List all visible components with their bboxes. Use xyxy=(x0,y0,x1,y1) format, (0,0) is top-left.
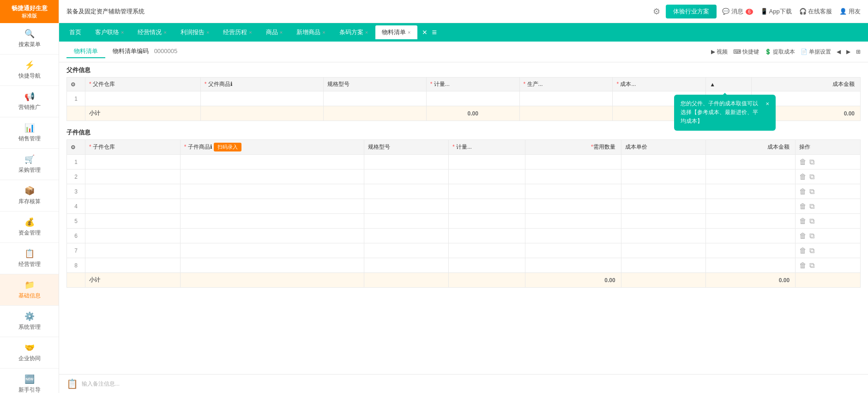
copy-icon[interactable]: ⧉ xyxy=(809,261,814,270)
grid-view-button[interactable]: ⊞ xyxy=(856,48,861,55)
child-warehouse-cell[interactable] xyxy=(85,199,181,214)
child-goods-cell[interactable] xyxy=(180,229,364,243)
sidebar-item-quicknav[interactable]: ⚡ 快捷导航 xyxy=(0,54,59,86)
child-unit-cell[interactable] xyxy=(448,155,525,169)
close-icon[interactable]: × xyxy=(365,30,368,35)
child-unit-cell[interactable] xyxy=(448,258,525,273)
sidebar-item-system[interactable]: ⚙️ 系统管理 xyxy=(0,306,59,337)
tab-new-goods[interactable]: 新增商品 × xyxy=(290,25,332,39)
delete-icon[interactable]: 🗑 xyxy=(799,187,807,196)
nav-more-button[interactable]: ≡ xyxy=(432,28,437,37)
delete-icon[interactable]: 🗑 xyxy=(799,173,807,181)
close-icon[interactable]: × xyxy=(121,30,124,35)
copy-icon[interactable]: ⧉ xyxy=(809,187,814,196)
child-spec-cell[interactable] xyxy=(364,184,448,199)
copy-icon[interactable]: ⧉ xyxy=(809,232,814,240)
child-quantity-cell[interactable] xyxy=(525,258,621,273)
online-service-button[interactable]: 🎧 在线客服 xyxy=(799,7,832,16)
child-goods-cell[interactable] xyxy=(180,169,364,184)
sidebar-item-guide[interactable]: 🆕 新手引导 xyxy=(0,369,59,393)
child-unit-price-cell[interactable] xyxy=(621,199,705,214)
child-warehouse-cell[interactable] xyxy=(85,214,181,229)
child-unit-price-cell[interactable] xyxy=(621,155,705,169)
child-spec-cell[interactable] xyxy=(364,243,448,258)
parent-goods-cell[interactable] xyxy=(200,91,324,106)
child-unit-cell[interactable] xyxy=(448,243,525,258)
child-quantity-cell[interactable] xyxy=(525,184,621,199)
child-unit-cell[interactable] xyxy=(448,199,525,214)
delete-icon[interactable]: 🗑 xyxy=(799,261,807,270)
child-warehouse-cell[interactable] xyxy=(85,155,181,169)
child-unit-price-cell[interactable] xyxy=(621,229,705,243)
sidebar-item-purchase[interactable]: 🛒 采购管理 xyxy=(0,149,59,180)
child-unit-price-cell[interactable] xyxy=(621,169,705,184)
tab-bom[interactable]: 物料清单 × xyxy=(375,25,417,39)
cost-action[interactable]: 💲 提取成本 xyxy=(765,48,795,56)
sidebar-item-basic[interactable]: 📁 基础信息 xyxy=(0,274,59,306)
child-col-settings[interactable]: ⚙ xyxy=(67,140,85,155)
child-unit-price-cell[interactable] xyxy=(621,214,705,229)
nav-prev-button[interactable]: ◀ xyxy=(837,48,841,55)
app-download-button[interactable]: 📱 App下载 xyxy=(760,7,792,16)
add-remark-icon[interactable]: 📋 xyxy=(66,378,78,389)
tab-customer[interactable]: 客户联络 × xyxy=(89,25,130,39)
close-icon[interactable]: × xyxy=(163,30,166,35)
child-unit-cell[interactable] xyxy=(448,169,525,184)
child-spec-cell[interactable] xyxy=(364,229,448,243)
tab-home[interactable]: 首页 xyxy=(63,25,88,39)
child-warehouse-cell[interactable] xyxy=(85,258,181,273)
delete-icon[interactable]: 🗑 xyxy=(799,247,807,255)
child-quantity-cell[interactable] xyxy=(525,243,621,258)
close-icon[interactable]: × xyxy=(322,30,325,35)
child-unit-price-cell[interactable] xyxy=(621,184,705,199)
child-spec-cell[interactable] xyxy=(364,155,448,169)
child-unit-price-cell[interactable] xyxy=(621,243,705,258)
copy-icon[interactable]: ⧉ xyxy=(809,173,814,181)
child-warehouse-cell[interactable] xyxy=(85,184,181,199)
video-action[interactable]: ▶ 视频 xyxy=(711,48,728,56)
shortcut-action[interactable]: ⌨ 快捷键 xyxy=(733,48,759,56)
child-spec-cell[interactable] xyxy=(364,258,448,273)
child-unit-cell[interactable] xyxy=(448,214,525,229)
tab-operation-history[interactable]: 经营历程 × xyxy=(217,25,258,39)
child-quantity-cell[interactable] xyxy=(525,229,621,243)
delete-icon[interactable]: 🗑 xyxy=(799,202,807,211)
scan-button[interactable]: 扫码录入 xyxy=(214,143,241,151)
copy-icon[interactable]: ⧉ xyxy=(809,247,814,255)
sidebar-item-operation[interactable]: 📋 经营管理 xyxy=(0,243,59,274)
child-goods-cell[interactable] xyxy=(180,243,364,258)
child-warehouse-cell[interactable] xyxy=(85,169,181,184)
child-goods-cell[interactable] xyxy=(180,155,364,169)
child-unit-cell[interactable] xyxy=(448,229,525,243)
sidebar-item-inventory[interactable]: 📦 库存核算 xyxy=(0,180,59,212)
sidebar-item-collab[interactable]: 🤝 企业协同 xyxy=(0,337,59,369)
child-goods-cell[interactable] xyxy=(180,184,364,199)
sidebar-item-search[interactable]: 🔍 搜索菜单 xyxy=(0,23,59,54)
close-icon[interactable]: × xyxy=(280,30,283,35)
gear-icon[interactable]: ⚙ xyxy=(653,6,660,17)
child-goods-cell[interactable] xyxy=(180,258,364,273)
child-spec-cell[interactable] xyxy=(364,169,448,184)
copy-icon[interactable]: ⧉ xyxy=(809,217,814,225)
child-spec-cell[interactable] xyxy=(364,214,448,229)
tab-goods[interactable]: 商品 × xyxy=(259,25,289,39)
child-goods-cell[interactable] xyxy=(180,214,364,229)
user-avatar[interactable]: 👤 用友 xyxy=(839,7,861,16)
parent-spec-cell[interactable] xyxy=(324,91,426,106)
message-button[interactable]: 💬 消息 6 xyxy=(722,7,753,16)
receipt-action[interactable]: 📄 单据设置 xyxy=(801,48,831,56)
child-spec-cell[interactable] xyxy=(364,199,448,214)
trial-button[interactable]: 体验行业方案 xyxy=(666,5,717,18)
delete-icon[interactable]: 🗑 xyxy=(799,158,807,166)
sidebar-item-finance[interactable]: 💰 资金管理 xyxy=(0,212,59,243)
sidebar-item-marketing[interactable]: 📢 营销推广 xyxy=(0,86,59,117)
parent-warehouse-cell[interactable] xyxy=(85,91,201,106)
child-quantity-cell[interactable] xyxy=(525,155,621,169)
sidebar-item-sales[interactable]: 📊 销售管理 xyxy=(0,117,59,149)
delete-icon[interactable]: 🗑 xyxy=(799,217,807,225)
copy-icon[interactable]: ⧉ xyxy=(809,158,814,166)
child-quantity-cell[interactable] xyxy=(525,199,621,214)
delete-icon[interactable]: 🗑 xyxy=(799,232,807,240)
subtab-bom-list[interactable]: 物料清单 xyxy=(66,45,105,58)
tab-operation-status[interactable]: 经营情况 × xyxy=(131,25,173,39)
